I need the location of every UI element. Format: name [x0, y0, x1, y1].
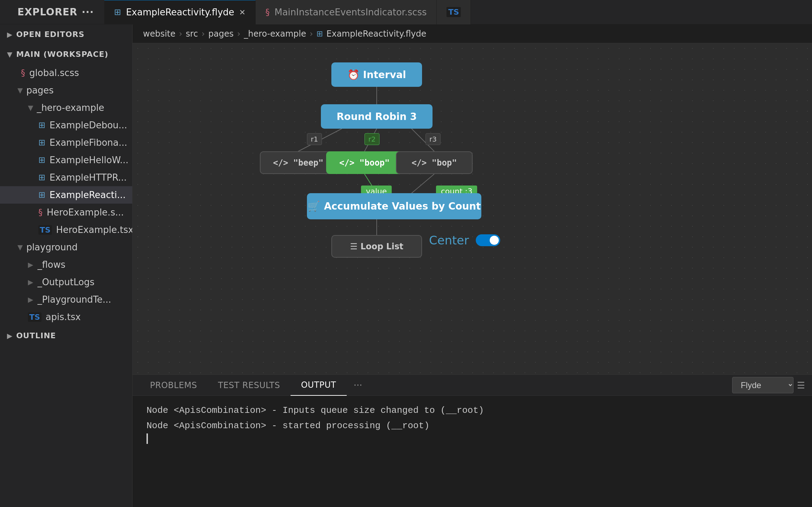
boop-label: </> "boop" — [339, 158, 390, 168]
open-editors-label: OPEN EDITORS — [16, 30, 84, 39]
text-cursor — [146, 433, 148, 444]
playground-arrow: ▼ — [17, 243, 23, 251]
bc-hero: _hero-example — [244, 29, 306, 39]
log-text-2: Node <ApisCombination> - started process… — [146, 418, 429, 433]
node-loop-list[interactable]: ☰ Loop List — [331, 235, 422, 258]
node-boop[interactable]: </> "boop" — [326, 151, 403, 174]
panel-tabs: PROBLEMS TEST RESULTS OUTPUT ··· Flyde J… — [133, 375, 812, 396]
open-editors-section[interactable]: ▶ OPEN EDITORS — [0, 24, 132, 44]
flyde-file-icon: ⊞ — [38, 155, 45, 165]
bc-website: website — [143, 29, 175, 39]
sidebar-item-hero-example-s[interactable]: § HeroExample.s... — [0, 204, 132, 221]
breadcrumb: website › src › pages › _hero-example › … — [133, 24, 812, 43]
bop-label: </> "bop" — [412, 158, 457, 168]
sidebar-item-label: ExampleDebou... — [50, 120, 127, 130]
bc-sep1: › — [179, 29, 182, 39]
ts-file-icon: TS — [38, 225, 52, 235]
sidebar-item-apis-tsx[interactable]: TS apis.tsx — [0, 308, 132, 326]
output-source-select[interactable]: Flyde JavaScript TypeScript — [732, 377, 794, 393]
scss-file-icon: § — [21, 68, 25, 78]
outputlogs-arrow: ▶ — [28, 278, 33, 286]
log-cursor-line — [146, 433, 798, 444]
open-editors-arrow: ▶ — [7, 30, 13, 39]
wrap-icon[interactable]: ☰ — [797, 380, 805, 391]
pages-arrow: ▼ — [17, 86, 23, 94]
tab-test-results[interactable]: TEST RESULTS — [208, 375, 291, 396]
panel-more-button[interactable]: ··· — [347, 380, 369, 391]
sidebar-item-label: ExampleFibona... — [50, 137, 127, 148]
tab-example-reactivity[interactable]: ⊞ ExampleReactivity.flyde ✕ — [104, 0, 256, 24]
sidebar-item-playgroundte[interactable]: ▶ _PlaygroundTe... — [0, 291, 132, 308]
outline-label: OUTLINE — [16, 331, 56, 340]
flow-canvas[interactable]: ⏰ Interval Round Robin 3 r1 r2 r3 </> "b… — [133, 43, 812, 374]
bc-sep2: › — [202, 29, 205, 39]
sidebar-item-example-reacti[interactable]: ⊞ ExampleReacti... — [0, 186, 132, 204]
connector-r3: r3 — [426, 133, 441, 145]
beep-label: </> "beep" — [273, 158, 324, 168]
tab-label: ExampleReactivity.flyde — [126, 7, 234, 17]
workspace-arrow: ▼ — [7, 50, 13, 59]
tab-flyde-icon: ⊞ — [114, 7, 121, 17]
flyde-file-icon: ⊞ — [38, 138, 45, 147]
sidebar-item-label: pages — [26, 85, 53, 96]
flyde-file-icon: ⊞ — [38, 120, 45, 130]
outline-section[interactable]: ▶ OUTLINE — [0, 326, 132, 346]
playgroundte-arrow: ▶ — [28, 295, 33, 304]
interval-label: Interval — [363, 69, 406, 81]
sidebar-item-label: ExampleHelloW... — [50, 155, 128, 165]
explorer-header: EXPLORER ··· — [7, 6, 104, 18]
interval-icon: ⏰ — [347, 69, 360, 81]
sidebar-item-pages[interactable]: ▼ pages — [0, 82, 132, 99]
sidebar-item-playground[interactable]: ▼ playground — [0, 239, 132, 256]
main-content: ▶ OPEN EDITORS ▼ MAIN (WORKSPACE) § glob… — [0, 24, 812, 507]
sidebar-item-label: HeroExample.tsx — [56, 225, 133, 235]
ts-file-icon: TS — [28, 312, 42, 322]
sidebar-item-label: global.scss — [29, 68, 79, 78]
bc-src: src — [186, 29, 198, 39]
accumulate-icon: 🛒 — [308, 200, 320, 212]
tab-ts-icon: TS — [446, 7, 461, 17]
connector-r1: r1 — [307, 133, 322, 145]
svg-line-5 — [412, 174, 434, 193]
flows-arrow: ▶ — [28, 260, 33, 269]
sidebar-item-label: _hero-example — [37, 103, 104, 113]
sidebar-item-label: HeroExample.s... — [47, 207, 124, 218]
tab-output[interactable]: OUTPUT — [291, 375, 347, 396]
sidebar-item-example-httpr[interactable]: ⊞ ExampleHTTPR... — [0, 169, 132, 186]
log-line-2: Node <ApisCombination> - started process… — [146, 418, 798, 433]
node-beep[interactable]: </> "beep" — [260, 151, 337, 174]
node-bop[interactable]: </> "bop" — [396, 151, 473, 174]
node-accumulate[interactable]: 🛒 Accumulate Values by Count — [307, 193, 481, 219]
sidebar-item-hero-example-tsx[interactable]: TS HeroExample.tsx — [0, 221, 132, 239]
workspace-label: MAIN (WORKSPACE) — [16, 50, 108, 59]
center-toggle[interactable] — [476, 234, 500, 246]
bc-pages: pages — [208, 29, 233, 39]
node-interval[interactable]: ⏰ Interval — [331, 62, 422, 87]
sidebar-item-outputlogs[interactable]: ▶ _OutputLogs — [0, 273, 132, 291]
sidebar-item-example-debou[interactable]: ⊞ ExampleDebou... — [0, 116, 132, 134]
sidebar-item-example-fibona[interactable]: ⊞ ExampleFibona... — [0, 134, 132, 151]
sidebar-item-hero-example[interactable]: ▼ _hero-example — [0, 99, 132, 116]
sidebar-item-label: apis.tsx — [46, 312, 81, 322]
sidebar-item-example-hellow[interactable]: ⊞ ExampleHelloW... — [0, 151, 132, 169]
tab-close-button[interactable]: ✕ — [239, 8, 246, 17]
sidebar-item-label: ExampleReacti... — [50, 190, 126, 200]
sidebar-item-flows[interactable]: ▶ _flows — [0, 256, 132, 273]
flyde-file-icon: ⊞ — [38, 173, 45, 182]
tab-main-instance[interactable]: § MainInstanceEventsIndicator.scss — [256, 0, 437, 24]
sidebar-item-label: _OutputLogs — [37, 277, 94, 287]
tab-problems[interactable]: PROBLEMS — [140, 375, 208, 396]
explorer-label: EXPLORER — [17, 6, 77, 18]
node-round-robin[interactable]: Round Robin 3 — [321, 104, 433, 129]
sidebar-item-label: ExampleHTTPR... — [50, 172, 127, 183]
log-text-1: Node <ApisCombination> - Inputs queue si… — [146, 403, 484, 418]
connector-r2: r2 — [364, 133, 379, 145]
tab-ts[interactable]: TS — [437, 0, 471, 24]
center-label: Center — [429, 233, 469, 247]
hero-example-arrow: ▼ — [28, 104, 33, 112]
accumulate-label: Accumulate Values by Count — [324, 200, 481, 212]
sidebar-item-global-scss[interactable]: § global.scss — [0, 64, 132, 82]
main-workspace-section[interactable]: ▼ MAIN (WORKSPACE) — [0, 44, 132, 64]
panel-dropdown: Flyde JavaScript TypeScript ☰ — [732, 377, 805, 393]
explorer-more-button[interactable]: ··· — [82, 6, 94, 18]
